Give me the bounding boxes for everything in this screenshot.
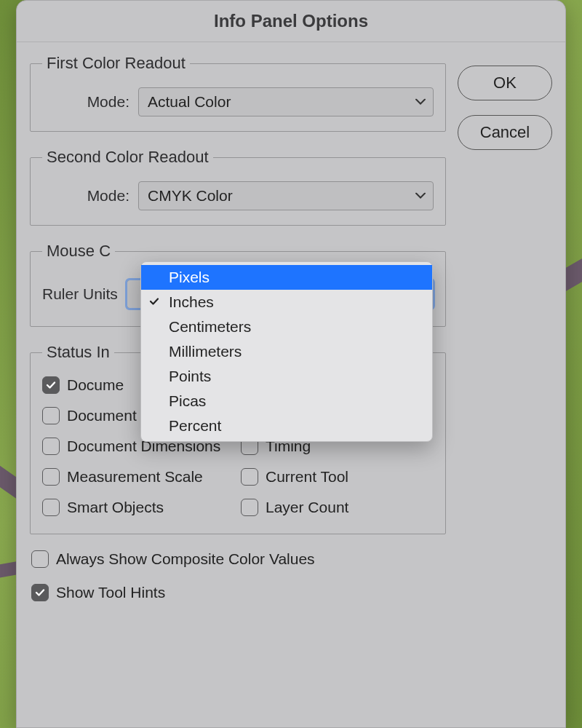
menu-item-label: Percent [169, 417, 221, 435]
checkbox-box [241, 499, 258, 516]
checkbox-label: Layer Count [266, 499, 348, 516]
checkbox-box [31, 584, 49, 601]
checkbox-label: Always Show Composite Color Values [56, 550, 315, 568]
checkbox-box [42, 407, 60, 424]
checkbox-box [31, 550, 49, 568]
checkbox-label: Measurement Scale [67, 468, 203, 486]
menu-item-label: Pixels [169, 269, 210, 286]
first-color-readout-group: First Color Readout Mode: Actual Color [30, 54, 446, 132]
checkbox-box [42, 468, 60, 486]
checkbox-show-tool-hints[interactable]: Show Tool Hints [31, 584, 445, 601]
status-information-legend: Status In [42, 343, 114, 362]
menu-item[interactable]: Pixels [141, 265, 432, 290]
checkbox-status-item[interactable]: Layer Count [241, 499, 434, 516]
menu-item[interactable]: Inches [141, 290, 432, 314]
menu-item-label: Picas [169, 392, 206, 410]
first-color-readout-legend: First Color Readout [42, 54, 190, 73]
checkbox-status-item[interactable]: Current Tool [241, 468, 434, 486]
second-mode-value: CMYK Color [148, 187, 233, 205]
menu-item[interactable]: Centimeters [141, 314, 432, 339]
checkbox-always-show-composite[interactable]: Always Show Composite Color Values [31, 550, 445, 568]
mouse-coordinates-legend: Mouse C [42, 242, 115, 261]
info-panel-options-dialog: Info Panel Options First Color Readout M… [16, 0, 566, 728]
menu-item-label: Centimeters [169, 318, 251, 336]
checkmark-icon [148, 293, 160, 311]
checkbox-label: Smart Objects [67, 499, 164, 516]
menu-item[interactable]: Percent [141, 414, 432, 438]
checkbox-status-item[interactable]: Smart Objects [42, 499, 235, 516]
second-color-readout-legend: Second Color Readout [42, 148, 213, 167]
dialog-title: Info Panel Options [17, 1, 565, 42]
cancel-button[interactable]: Cancel [458, 115, 552, 150]
first-mode-label: Mode: [42, 93, 129, 111]
chevron-down-icon [415, 99, 426, 106]
menu-item[interactable]: Points [141, 364, 432, 389]
second-mode-label: Mode: [42, 187, 129, 205]
menu-item-label: Inches [169, 293, 214, 311]
menu-item-label: Points [169, 368, 211, 385]
ok-button[interactable]: OK [458, 66, 552, 100]
checkbox-label: Docume [67, 376, 124, 394]
second-mode-dropdown[interactable]: CMYK Color [138, 181, 434, 210]
checkbox-label: Current Tool [266, 468, 348, 486]
checkbox-box [42, 499, 60, 516]
chevron-down-icon [415, 193, 426, 199]
ruler-units-menu[interactable]: PixelsInchesCentimetersMillimetersPoints… [140, 261, 433, 442]
menu-item[interactable]: Millimeters [141, 339, 432, 364]
checkbox-status-item[interactable]: Measurement Scale [42, 468, 235, 486]
first-mode-value: Actual Color [148, 93, 231, 111]
menu-item-label: Millimeters [169, 343, 242, 360]
second-color-readout-group: Second Color Readout Mode: CMYK Color [30, 148, 446, 226]
checkbox-box [241, 468, 258, 486]
checkbox-label: Show Tool Hints [56, 584, 165, 601]
first-mode-dropdown[interactable]: Actual Color [138, 87, 434, 116]
ruler-units-label: Ruler Units [42, 285, 118, 303]
checkbox-box [42, 438, 60, 455]
checkbox-box [42, 376, 60, 394]
menu-item[interactable]: Picas [141, 389, 432, 414]
